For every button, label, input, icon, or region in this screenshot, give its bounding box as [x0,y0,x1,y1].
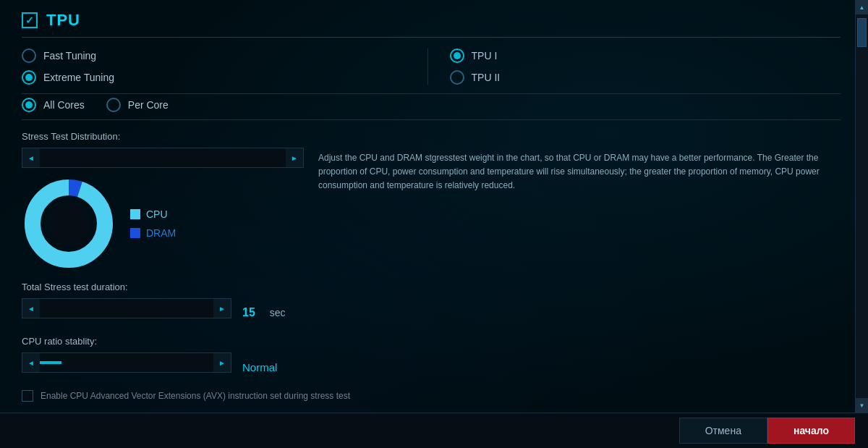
scroll-down-arrow[interactable]: ▼ [856,398,869,413]
legend-dram: DRAM [130,227,176,239]
radio-circle-tpu2[interactable] [450,70,464,85]
duration-slider-track[interactable] [40,299,213,318]
legend-cpu: CPU [130,208,176,220]
radio-tpu2[interactable]: TPU II [450,70,841,85]
stress-right: Adjust the CPU and DRAM stgresstest weig… [318,148,841,271]
tpu-header: ✓ TPU [22,11,841,38]
duration-slider[interactable]: ◄ ► [22,298,231,318]
tpu-checkbox[interactable]: ✓ [22,12,38,28]
radio-extreme-tuning[interactable]: Extreme Tuning [22,70,413,85]
radio-circle-all-cores[interactable] [22,98,36,112]
chart-legend: CPU DRAM [130,208,176,239]
ratio-label: CPU ratio stablity: [22,336,841,347]
radio-label-all-cores: All Cores [43,99,85,111]
radio-label-extreme: Extreme Tuning [43,72,114,83]
ratio-slider-track[interactable] [40,353,213,372]
scrollbar-track[interactable] [856,14,868,398]
donut-chart [22,177,116,271]
scroll-up-arrow[interactable]: ▲ [856,0,869,14]
stress-layout: ◄ ► [22,148,841,271]
cancel-button[interactable]: Отмена [679,418,767,444]
cores-row: All Cores Per Core [22,93,841,120]
radio-tpu1[interactable]: TPU I [450,48,841,63]
stress-label: Stress Test Distribution: [22,131,841,142]
main-container: ▲ ▼ ✓ TPU Fast Tuning [0,0,868,448]
duration-label: Total Stress test duration: [22,282,841,292]
ratio-row: ◄ ► Normal [22,352,841,381]
avx-checkbox[interactable] [22,390,33,402]
ratio-slider-right-arrow[interactable]: ► [213,353,231,372]
radio-label-tpu2: TPU II [472,72,501,83]
scrollbar-thumb[interactable] [857,18,867,47]
tuning-col-left: Fast Tuning Extreme Tuning [22,48,428,85]
ratio-slider[interactable]: ◄ ► [22,352,231,373]
duration-row: ◄ ► 15 sec [22,298,841,327]
radio-label-tpu1: TPU I [472,50,498,62]
avx-label: Enable CPU Advanced Vector Extensions (A… [41,391,350,401]
stress-slider-right-arrow[interactable]: ► [286,148,303,167]
stress-slider-track[interactable] [40,148,286,167]
radio-fast-tuning[interactable]: Fast Tuning [22,48,413,63]
radio-circle-per-core[interactable] [106,98,121,112]
duration-slider-left-arrow[interactable]: ◄ [22,299,40,318]
radio-circle-tpu1[interactable] [450,48,464,63]
stress-slider-left-arrow[interactable]: ◄ [22,148,40,167]
tuning-col-right: TPU I TPU II [428,48,841,85]
legend-cpu-label: CPU [146,208,168,220]
radio-per-core[interactable]: Per Core [106,98,169,112]
stress-description: Adjust the CPU and DRAM stgresstest weig… [318,151,841,193]
ratio-value: Normal [242,361,277,373]
radio-all-cores[interactable]: All Cores [22,98,85,112]
scrollbar[interactable]: ▲ ▼ [855,0,868,413]
ratio-slider-fill [40,361,61,364]
stress-slider[interactable]: ◄ ► [22,148,304,168]
svg-point-3 [47,202,90,245]
stress-left: ◄ ► [22,148,304,271]
tpu-title: TPU [46,11,80,30]
duration-unit: sec [270,307,286,318]
content-area: ✓ TPU Fast Tuning Extreme Tuning [0,0,855,413]
legend-dram-color [130,228,140,238]
radio-label-per-core: Per Core [128,99,169,111]
start-button[interactable]: начало [767,418,855,444]
donut-svg [22,177,116,271]
avx-row: Enable CPU Advanced Vector Extensions (A… [22,390,841,402]
radio-circle-extreme[interactable] [22,70,36,85]
duration-slider-right-arrow[interactable]: ► [213,299,231,318]
legend-dram-label: DRAM [146,227,176,239]
radio-circle-fast[interactable] [22,48,36,63]
duration-value: 15 [242,306,255,319]
chart-container: CPU DRAM [22,177,304,271]
bottom-bar: Отмена начало [0,413,868,448]
legend-cpu-color [130,209,140,219]
radio-label-fast: Fast Tuning [43,50,96,62]
tpu-checkmark: ✓ [25,14,34,26]
tuning-options-row: Fast Tuning Extreme Tuning TPU I TPU II [22,48,841,85]
ratio-slider-left-arrow[interactable]: ◄ [22,353,40,372]
